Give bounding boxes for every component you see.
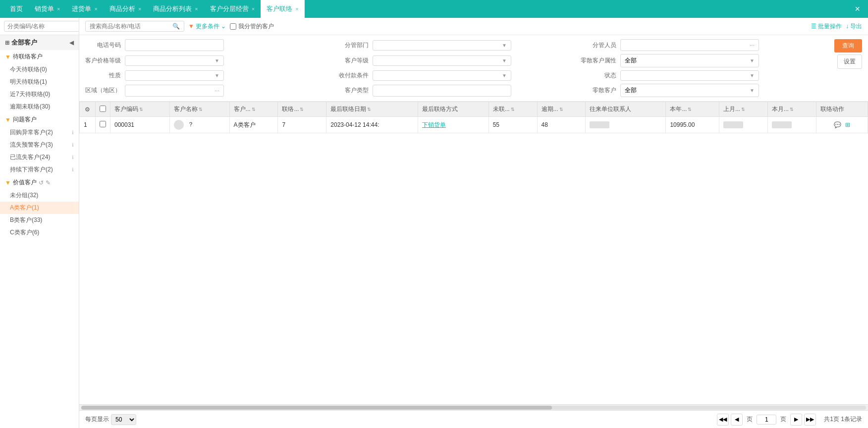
my-customer-filter[interactable]: 我分管的客户: [230, 22, 274, 31]
adv-retail-attr-field: 零散客户属性 全部 ▼: [581, 54, 828, 67]
adv-row-3: 性质 ▼ 收付款条件 ▼: [85, 70, 828, 81]
filter-bar: 🔍 ▼ 更多条件 ⌄ 我分管的客户 ☰ 批量操作 ↓ 导出: [79, 18, 868, 35]
cell-last-method: 下销货单: [418, 117, 488, 133]
close-product-list-icon[interactable]: ×: [195, 6, 198, 12]
cell-year-amt: 10995.00: [666, 117, 719, 133]
arrow-down-icon3: ▼: [5, 179, 11, 186]
more-conditions-button[interactable]: ▼ 更多条件 ⌄: [188, 22, 226, 31]
per-page-select[interactable]: 50 100 200: [111, 414, 136, 425]
payment-select[interactable]: ▼: [373, 70, 511, 81]
main-search-input[interactable]: [90, 23, 172, 30]
th-checkbox[interactable]: [96, 102, 110, 117]
close-sales-icon[interactable]: ×: [57, 6, 60, 12]
export-button[interactable]: ↓ 导出: [846, 22, 862, 31]
chat-action-icon[interactable]: 💬: [834, 121, 841, 128]
scroll-thumb[interactable]: [81, 406, 552, 410]
sort-lastmonth-icon[interactable]: ⇅: [741, 107, 745, 112]
first-page-button[interactable]: ◀◀: [717, 414, 729, 426]
phone-input[interactable]: [125, 39, 224, 51]
close-product-analysis-icon[interactable]: ×: [138, 6, 141, 12]
close-customer-tier-icon[interactable]: ×: [252, 6, 255, 12]
sidebar-item-7days[interactable]: 近7天待联络(0): [0, 88, 79, 101]
sort-overdue-icon[interactable]: ⇅: [559, 107, 563, 112]
customer-avatar: [174, 120, 184, 130]
sidebar-group-problem: ▼ 问题客户 回购异常客户(2) ℹ 流失预警客户(3) ℹ 已流失客户(24)…: [0, 113, 79, 176]
sidebar-item-repurchase[interactable]: 回购异常客户(2) ℹ: [0, 126, 79, 139]
sidebar-search-input[interactable]: [4, 21, 79, 32]
my-customer-checkbox[interactable]: [230, 23, 236, 30]
sidebar: 🔍 ⊞ 全部客户 ◀ ▼ 待联络客户 今天待联络(0) 明天待联络(1) 近7天…: [0, 18, 79, 428]
sidebar-all-customers[interactable]: ⊞ 全部客户 ◀: [0, 35, 79, 50]
sidebar-item-churned[interactable]: 已流失客户(24) ℹ: [0, 151, 79, 163]
row-checkbox[interactable]: [100, 121, 106, 127]
nav-product-analysis[interactable]: 商品分析 ×: [104, 0, 147, 18]
sort-date-icon[interactable]: ⇅: [367, 107, 371, 112]
sidebar-item-overdue[interactable]: 逾期未联络(30): [0, 101, 79, 113]
adv-manager-field: 分管人员 ···: [581, 39, 828, 51]
close-purchase-icon[interactable]: ×: [94, 6, 97, 12]
sidebar-item-class-a[interactable]: A类客户(1): [0, 202, 79, 214]
next-page-button[interactable]: ▶: [790, 414, 802, 426]
sort-unlinkd-icon[interactable]: ⇅: [511, 107, 515, 112]
nav-purchase[interactable]: 进货单 ×: [66, 0, 103, 18]
sidebar-collapse-button[interactable]: ◀: [69, 39, 74, 46]
price-level-select[interactable]: ▼: [125, 55, 224, 66]
select-all-checkbox[interactable]: [100, 106, 106, 112]
prev-page-button[interactable]: ◀: [731, 414, 743, 426]
region-input[interactable]: ···: [125, 85, 224, 97]
nav-product-list[interactable]: 商品分析列表 ×: [147, 0, 204, 18]
qr-action-icon[interactable]: ⊞: [845, 121, 850, 128]
query-button[interactable]: 查询: [834, 39, 862, 53]
sort-contact-icon[interactable]: ⇅: [300, 107, 304, 112]
sidebar-item-class-b[interactable]: B类客户(33): [0, 214, 79, 226]
sidebar-item-declining[interactable]: 持续下滑客户(2) ℹ: [0, 163, 79, 176]
page-number-input[interactable]: [757, 415, 776, 425]
cell-check[interactable]: [96, 117, 110, 133]
customer-type-input[interactable]: [373, 85, 511, 97]
last-page-button[interactable]: ▶▶: [804, 414, 816, 426]
sidebar-group-pending-header[interactable]: ▼ 待联络客户: [0, 50, 79, 63]
sidebar-item-today[interactable]: 今天待联络(0): [0, 63, 79, 76]
sidebar-item-churn-warning[interactable]: 流失预警客户(3) ℹ: [0, 139, 79, 151]
sort-name-icon[interactable]: ⇅: [199, 107, 203, 112]
sidebar-group-value: ▼ 价值客户 ↺ ✎ 未分组(32) A类客户(1) B类客户(33) C类客户…: [0, 176, 79, 239]
sidebar-group-problem-header[interactable]: ▼ 问题客户: [0, 113, 79, 126]
horizontal-scrollbar[interactable]: [79, 404, 868, 410]
main-layout: 🔍 ⊞ 全部客户 ◀ ▼ 待联络客户 今天待联络(0) 明天待联络(1) 近7天…: [0, 18, 868, 428]
nav-customer-contact[interactable]: 客户联络 ×: [261, 0, 304, 18]
edit-icon[interactable]: ✎: [46, 179, 51, 186]
nav-sales[interactable]: 销货单 ×: [29, 0, 66, 18]
status-select[interactable]: ▼: [620, 70, 759, 81]
batch-operation-button[interactable]: ☰ 批量操作: [811, 22, 842, 31]
retail-attr-select[interactable]: 全部 ▼: [620, 54, 759, 67]
adv-row-2: 客户价格等级 ▼ 客户等级 ▼: [85, 54, 828, 67]
last-method-link[interactable]: 下销货单: [422, 121, 446, 128]
sort-code-icon[interactable]: ⇅: [139, 107, 143, 112]
dept-select[interactable]: ▼: [373, 40, 511, 51]
nature-select[interactable]: ▼: [125, 70, 224, 81]
customer-level-select[interactable]: ▼: [373, 55, 511, 66]
window-close-button[interactable]: ×: [851, 4, 864, 14]
close-customer-contact-icon[interactable]: ×: [295, 6, 298, 12]
filter-icon: ▼: [188, 23, 194, 30]
setting-button[interactable]: 设置: [837, 54, 862, 69]
sort-year-icon[interactable]: ⇅: [688, 107, 692, 112]
sort-type-icon[interactable]: ⇅: [252, 107, 256, 112]
manager-input[interactable]: ···: [620, 39, 759, 51]
nav-home[interactable]: 首页: [4, 0, 29, 18]
pagination-bar: 每页显示 50 100 200 ◀◀ ◀ 页 页 ▶ ▶▶ 共1页 1条记录: [79, 410, 868, 428]
sidebar-item-ungrouped[interactable]: 未分组(32): [0, 189, 79, 202]
main-search-icon[interactable]: 🔍: [172, 23, 180, 30]
sidebar-item-class-c[interactable]: C类客户(6): [0, 226, 79, 239]
adv-customer-type-field: 客户类型: [333, 85, 581, 97]
adv-status-field: 状态 ▼: [581, 70, 828, 81]
chevron-down-icon: ⌄: [221, 23, 226, 30]
sidebar-group-pending: ▼ 待联络客户 今天待联络(0) 明天待联络(1) 近7天待联络(0) 逾期未联…: [0, 50, 79, 113]
th-settings[interactable]: ⚙: [80, 102, 96, 117]
sidebar-group-value-header[interactable]: ▼ 价值客户 ↺ ✎: [0, 176, 79, 189]
sidebar-item-tomorrow[interactable]: 明天待联络(1): [0, 76, 79, 88]
refresh-icon[interactable]: ↺: [39, 179, 44, 186]
nav-customer-tier[interactable]: 客户分层经营 ×: [204, 0, 261, 18]
sort-thismonth-icon[interactable]: ⇅: [790, 107, 794, 112]
retail-customer-select[interactable]: 全部 ▼: [620, 84, 759, 97]
